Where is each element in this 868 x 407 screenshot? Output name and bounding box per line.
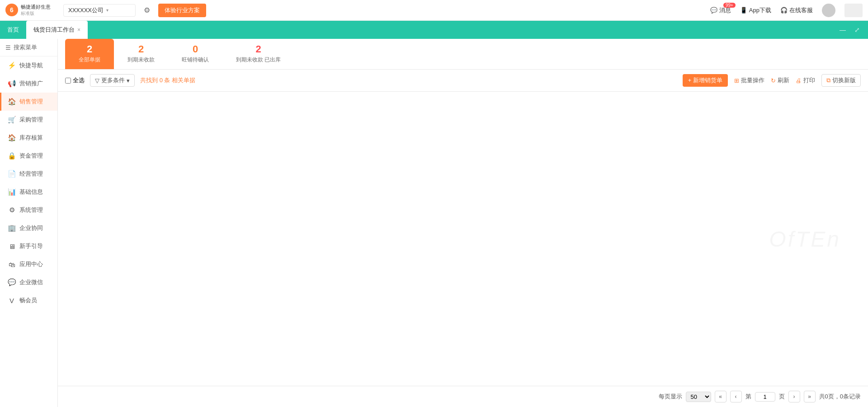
nav-icon: ⚡ <box>8 61 16 70</box>
filter-button[interactable]: ▽ 更多条件 ▾ <box>90 74 135 87</box>
message-icon: 💬 <box>710 7 717 14</box>
basic-info-icon: 📊 <box>8 188 16 196</box>
tab-home[interactable]: 首页 <box>0 21 26 39</box>
sidebar-item-wechat[interactable]: 💬 企业微信 <box>0 273 57 291</box>
system-icon: ⚙ <box>8 206 16 214</box>
logo-text: 畅捷通好生意 标准版 <box>21 4 51 16</box>
sidebar: ☰ 搜索菜单 ⚡ 快捷导航 📢 营销推广 🏠 销售管理 🛒 采购管理 🏠 库存核… <box>0 39 58 407</box>
prev-page-button[interactable]: ‹ <box>730 391 742 402</box>
download-icon: 📱 <box>740 7 747 14</box>
next-page-button[interactable]: › <box>788 391 800 402</box>
batch-operation-button[interactable]: ⊞ 批量操作 <box>734 76 764 84</box>
app-center-icon: 🛍 <box>8 261 16 268</box>
content-area: 2 全部单据 2 到期未收款 0 旺铺待确认 2 到期未收款 已出库 全选 <box>58 39 868 407</box>
settings-icon[interactable]: ⚙ <box>140 4 154 17</box>
sidebar-item-operation[interactable]: 📄 经营管理 <box>0 165 57 183</box>
search-icon: ☰ <box>5 44 11 51</box>
minimize-button[interactable]: — <box>837 24 848 35</box>
message-badge: 99+ <box>723 3 736 8</box>
header-right: 💬 消息 99+ 📱 App下载 🎧 在线客服 <box>710 4 863 17</box>
sidebar-item-system[interactable]: ⚙ 系统管理 <box>0 201 57 219</box>
marketing-icon: 📢 <box>8 80 16 88</box>
message-button[interactable]: 💬 消息 99+ <box>710 6 731 14</box>
sidebar-item-member[interactable]: V 畅会员 <box>0 291 57 309</box>
member-icon: V <box>8 297 16 304</box>
page-input[interactable] <box>755 392 775 402</box>
operation-icon: 📄 <box>8 170 16 178</box>
tab-pending[interactable]: 0 旺铺待确认 <box>168 39 222 69</box>
inventory-icon: 🏠 <box>8 134 16 142</box>
nav-tabs-bar: 首页 钱货日清工作台 × — ⤢ <box>0 21 868 39</box>
sidebar-item-enterprise[interactable]: 🏢 企业协同 <box>0 219 57 237</box>
top-header: 6 畅捷通好生意 标准版 XXXXXX公司 ▾ ⚙ 体验行业方案 💬 消息 99… <box>0 0 868 21</box>
tab-overdue-out[interactable]: 2 到期未收款 已出库 <box>222 39 294 69</box>
chevron-down-icon: ▾ <box>106 8 108 13</box>
service-icon: 🎧 <box>780 7 788 14</box>
batch-icon: ⊞ <box>734 77 739 84</box>
sidebar-item-guide[interactable]: 🖥 新手引导 <box>0 237 57 255</box>
pagination-bar: 每页显示 50 10 20 100 « ‹ 第 页 › » 共0页，0条记录 <box>58 386 868 407</box>
search-menu-button[interactable]: ☰ 搜索菜单 <box>0 39 57 56</box>
enterprise-icon: 🏢 <box>8 224 16 232</box>
toolbar-right: + 新增销货单 ⊞ 批量操作 ↻ 刷新 🖨 打印 ⧉ 切换新版 <box>683 74 861 87</box>
add-sales-order-button[interactable]: + 新增销货单 <box>683 74 728 87</box>
sales-icon: 🏠 <box>8 98 16 106</box>
select-all-checkbox[interactable]: 全选 <box>65 76 85 84</box>
nav-tabs-right: — ⤢ <box>837 24 868 35</box>
maximize-button[interactable]: ⤢ <box>852 24 863 35</box>
sidebar-item-finance[interactable]: 🔒 资金管理 <box>0 147 57 165</box>
tab-overdue[interactable]: 2 到期未收款 <box>114 39 168 69</box>
finance-icon: 🔒 <box>8 152 16 160</box>
first-page-button[interactable]: « <box>715 391 726 402</box>
user-name-area <box>844 4 863 17</box>
chevron-down-icon: ▾ <box>127 77 130 84</box>
sidebar-item-purchase[interactable]: 🛒 采购管理 <box>0 111 57 129</box>
last-page-button[interactable]: » <box>804 391 816 402</box>
wechat-icon: 💬 <box>8 278 16 286</box>
guide-icon: 🖥 <box>8 243 16 250</box>
refresh-button[interactable]: ↻ 刷新 <box>771 76 789 84</box>
table-area: OfTEn <box>58 92 868 386</box>
print-button[interactable]: 🖨 打印 <box>796 76 815 84</box>
sidebar-item-app-center[interactable]: 🛍 应用中心 <box>0 255 57 273</box>
sidebar-item-sales[interactable]: 🏠 销售管理 <box>0 93 57 111</box>
purchase-icon: 🛒 <box>8 116 16 124</box>
select-all-input[interactable] <box>65 78 71 84</box>
avatar[interactable] <box>822 4 835 17</box>
tab-active[interactable]: 钱货日清工作台 × <box>26 21 88 39</box>
trial-button[interactable]: 体验行业方案 <box>158 4 206 17</box>
sidebar-item-marketing[interactable]: 📢 营销推广 <box>0 75 57 93</box>
toolbar: 全选 ▽ 更多条件 ▾ 共找到 0 条 相关单据 + 新增销货单 ⊞ 批量操作 <box>58 70 868 92</box>
sidebar-item-quick-nav[interactable]: ⚡ 快捷导航 <box>0 56 57 75</box>
sidebar-item-basic-info[interactable]: 📊 基础信息 <box>0 183 57 201</box>
logo-icon: 6 <box>5 4 18 16</box>
filter-icon: ▽ <box>95 77 99 84</box>
page-size-select[interactable]: 50 10 20 100 <box>686 392 711 402</box>
tab-all[interactable]: 2 全部单据 <box>65 39 114 69</box>
refresh-icon: ↻ <box>771 77 776 84</box>
print-icon: 🖨 <box>796 77 802 84</box>
total-info: 共0页，0条记录 <box>819 393 861 401</box>
company-selector[interactable]: XXXXXX公司 ▾ <box>63 4 136 17</box>
logo-area: 6 畅捷通好生意 标准版 <box>5 4 63 16</box>
switch-new-version-button[interactable]: ⧉ 切换新版 <box>821 74 861 87</box>
count-info: 共找到 0 条 相关单据 <box>140 76 195 84</box>
summary-tabs: 2 全部单据 2 到期未收款 0 旺铺待确认 2 到期未收款 已出库 <box>58 39 868 70</box>
main-layout: ☰ 搜索菜单 ⚡ 快捷导航 📢 营销推广 🏠 销售管理 🛒 采购管理 🏠 库存核… <box>0 39 868 407</box>
switch-icon: ⧉ <box>826 77 830 84</box>
tab-close-icon[interactable]: × <box>77 27 80 33</box>
app-download-button[interactable]: 📱 App下载 <box>740 6 771 14</box>
watermark: OfTEn <box>769 226 841 251</box>
sidebar-item-inventory[interactable]: 🏠 库存核算 <box>0 129 57 147</box>
online-service-button[interactable]: 🎧 在线客服 <box>780 6 813 14</box>
